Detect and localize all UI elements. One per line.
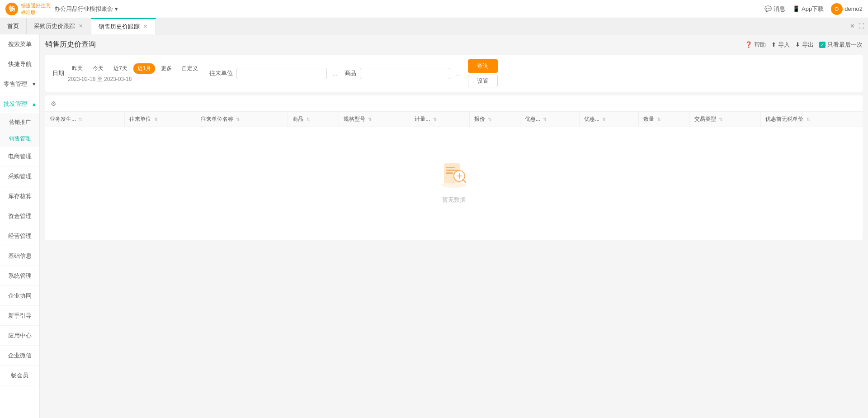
chevron-up-icon: ▴ bbox=[33, 100, 36, 107]
sidebar-item-wholesale[interactable]: 批发管理 ▴ bbox=[0, 94, 39, 114]
col-unit-measure[interactable]: 计量... ⇅ bbox=[410, 112, 469, 127]
data-table: 业务发生... ⇅ 往来单位 ⇅ 往来单位名称 ⇅ 商品 bbox=[45, 112, 863, 127]
app-download-button[interactable]: 📱 App下载 bbox=[793, 5, 824, 13]
page-actions: ❓ 帮助 ⬆ 导入 ⬇ 导出 ✓ 只看最后一次 bbox=[745, 41, 863, 49]
tab-bar: 首页 采购历史价跟踪 ✕ 销售历史价跟踪 ✕ ✕ ⛶ bbox=[0, 18, 868, 34]
layout: 搜索菜单 快捷导航 零售管理 ▾ 批发管理 ▴ 营销推广 销售管理 电商管理 采… bbox=[0, 34, 868, 418]
source-unit-dots[interactable]: ... bbox=[332, 70, 337, 77]
msg-button[interactable]: 💬 消息 bbox=[764, 5, 785, 13]
svg-rect-2 bbox=[446, 167, 455, 168]
sort-icon: ⇅ bbox=[236, 117, 240, 122]
goods-input[interactable] bbox=[360, 68, 450, 79]
source-unit-input[interactable] bbox=[236, 68, 327, 79]
sort-icon: ⇅ bbox=[433, 117, 437, 122]
sort-icon: ⇅ bbox=[543, 117, 547, 122]
msg-icon: 💬 bbox=[764, 5, 772, 12]
close-sales-tab-icon[interactable]: ✕ bbox=[142, 23, 148, 30]
date-btn-more[interactable]: 更多 bbox=[157, 63, 176, 74]
empty-state: 暂无数据 bbox=[45, 127, 863, 240]
col-trade-type[interactable]: 交易类型 ⇅ bbox=[689, 112, 761, 127]
date-btn-today[interactable]: 今天 bbox=[89, 63, 108, 74]
only-last-checkbox-label[interactable]: ✓ 只看最后一次 bbox=[819, 41, 863, 49]
close-window-icon[interactable]: ✕ bbox=[850, 23, 855, 29]
sidebar-item-system[interactable]: 系统管理 bbox=[0, 266, 39, 286]
sidebar-item-quick-nav[interactable]: 快捷导航 bbox=[0, 54, 39, 74]
sidebar-item-ecommerce[interactable]: 电商管理 bbox=[0, 147, 39, 166]
sidebar-item-member[interactable]: 畅会员 bbox=[0, 366, 39, 385]
date-btn-yesterday[interactable]: 昨天 bbox=[68, 63, 87, 74]
logo-icon: 畅 bbox=[5, 3, 18, 15]
sort-icon: ⇅ bbox=[79, 117, 82, 122]
sidebar-item-purchase[interactable]: 采购管理 bbox=[0, 166, 39, 186]
sidebar-item-search[interactable]: 搜索菜单 bbox=[0, 34, 39, 54]
filter-actions: 查询 设置 bbox=[468, 59, 498, 87]
query-button[interactable]: 查询 bbox=[468, 59, 498, 73]
sidebar-item-corp-wechat[interactable]: 企业微信 bbox=[0, 346, 39, 366]
svg-rect-4 bbox=[446, 172, 453, 174]
goods-dots[interactable]: ... bbox=[456, 70, 461, 77]
sidebar-item-basic-info[interactable]: 基础信息 bbox=[0, 246, 39, 266]
sort-icon: ⇅ bbox=[719, 117, 722, 122]
sidebar-item-sales-mgmt[interactable]: 销售管理 bbox=[0, 130, 39, 147]
source-unit-filter-group: 往来单位 ... bbox=[209, 68, 337, 79]
date-btn-7days[interactable]: 近7天 bbox=[109, 63, 132, 74]
sort-icon: ⇅ bbox=[657, 117, 661, 122]
import-icon: ⬆ bbox=[771, 41, 776, 48]
tab-home[interactable]: 首页 bbox=[0, 18, 27, 34]
app-selector[interactable]: 办公用品行业模拟账套 ▾ bbox=[54, 5, 118, 13]
export-button[interactable]: ⬇ 导出 bbox=[795, 41, 814, 49]
settings-button[interactable]: 设置 bbox=[468, 75, 498, 87]
sidebar-item-guide[interactable]: 新手引导 bbox=[0, 306, 39, 326]
export-icon: ⬇ bbox=[795, 41, 800, 48]
tab-bar-right: ✕ ⛶ bbox=[850, 23, 868, 29]
empty-illustration bbox=[436, 154, 472, 190]
chevron-down-icon: ▾ bbox=[115, 5, 118, 12]
col-discount1[interactable]: 优惠... ⇅ bbox=[520, 112, 579, 127]
sidebar-sub-wholesale: 营销推广 销售管理 bbox=[0, 114, 39, 147]
expand-window-icon[interactable]: ⛶ bbox=[859, 23, 864, 29]
page-title-text: 销售历史价查询 bbox=[45, 40, 96, 49]
date-filters: 昨天 今天 近7天 近1月 更多 自定义 2023-02-18 至 2023-0… bbox=[68, 63, 202, 83]
sort-icon: ⇅ bbox=[307, 117, 310, 122]
logo-text: 畅捷通好生意 标准版 bbox=[21, 2, 51, 15]
col-qty[interactable]: 数量 ⇅ bbox=[639, 112, 689, 127]
sidebar-item-marketing[interactable]: 营销推广 bbox=[0, 114, 39, 130]
sidebar-item-finance[interactable]: 资金管理 bbox=[0, 206, 39, 226]
goods-filter-group: 商品 ... bbox=[344, 68, 461, 79]
col-discount2[interactable]: 优惠... ⇅ bbox=[580, 112, 639, 127]
col-unit-code[interactable]: 往来单位 ⇅ bbox=[125, 112, 196, 127]
goods-label: 商品 bbox=[344, 69, 356, 77]
col-unit-name[interactable]: 往来单位名称 ⇅ bbox=[196, 112, 288, 127]
date-label: 日期 bbox=[52, 69, 64, 77]
tab-sales-history[interactable]: 销售历史价跟踪 ✕ bbox=[91, 18, 156, 34]
sidebar-item-inventory[interactable]: 库存核算 bbox=[0, 186, 39, 206]
only-last-checkbox[interactable]: ✓ bbox=[819, 42, 826, 48]
sidebar-item-app-center[interactable]: 应用中心 bbox=[0, 326, 39, 346]
sidebar-item-retail[interactable]: 零售管理 ▾ bbox=[0, 74, 39, 94]
col-quote[interactable]: 报价 ⇅ bbox=[469, 112, 520, 127]
col-goods[interactable]: 商品 ⇅ bbox=[288, 112, 339, 127]
sidebar-item-enterprise[interactable]: 企业协同 bbox=[0, 286, 39, 306]
import-button[interactable]: ⬆ 导入 bbox=[771, 41, 790, 49]
top-bar-right: 💬 消息 📱 App下载 D demo2 bbox=[764, 3, 863, 15]
tab-purchase-history[interactable]: 采购历史价跟踪 ✕ bbox=[27, 18, 91, 34]
table-header-row: 业务发生... ⇅ 往来单位 ⇅ 往来单位名称 ⇅ 商品 bbox=[45, 112, 863, 127]
help-button[interactable]: ❓ 帮助 bbox=[745, 41, 766, 49]
col-spec[interactable]: 规格型号 ⇅ bbox=[339, 112, 410, 127]
page-header: 销售历史价查询 ❓ 帮助 ⬆ 导入 ⬇ 导出 ✓ 只看最后一次 bbox=[45, 40, 863, 49]
close-purchase-tab-icon[interactable]: ✕ bbox=[78, 22, 84, 30]
empty-text: 暂无数据 bbox=[442, 196, 466, 204]
date-btn-1month[interactable]: 近1月 bbox=[133, 63, 156, 74]
sort-icon: ⇅ bbox=[807, 117, 810, 122]
sort-icon: ⇅ bbox=[602, 117, 606, 122]
sidebar-item-operation[interactable]: 经营管理 bbox=[0, 226, 39, 246]
date-btn-custom[interactable]: 自定义 bbox=[178, 63, 202, 74]
avatar: D bbox=[831, 3, 843, 15]
col-pre-tax-price[interactable]: 优惠前无税单价 ⇅ bbox=[761, 112, 863, 127]
col-date[interactable]: 业务发生... ⇅ bbox=[45, 112, 125, 127]
svg-line-8 bbox=[463, 180, 466, 182]
main-content: 销售历史价查询 ❓ 帮助 ⬆ 导入 ⬇ 导出 ✓ 只看最后一次 bbox=[40, 34, 868, 418]
user-avatar-button[interactable]: D demo2 bbox=[831, 3, 863, 15]
date-filter-group: 日期 昨天 今天 近7天 近1月 更多 自定义 2023-02-18 至 202… bbox=[52, 63, 202, 83]
table-gear-icon[interactable]: ⚙ bbox=[51, 100, 57, 107]
